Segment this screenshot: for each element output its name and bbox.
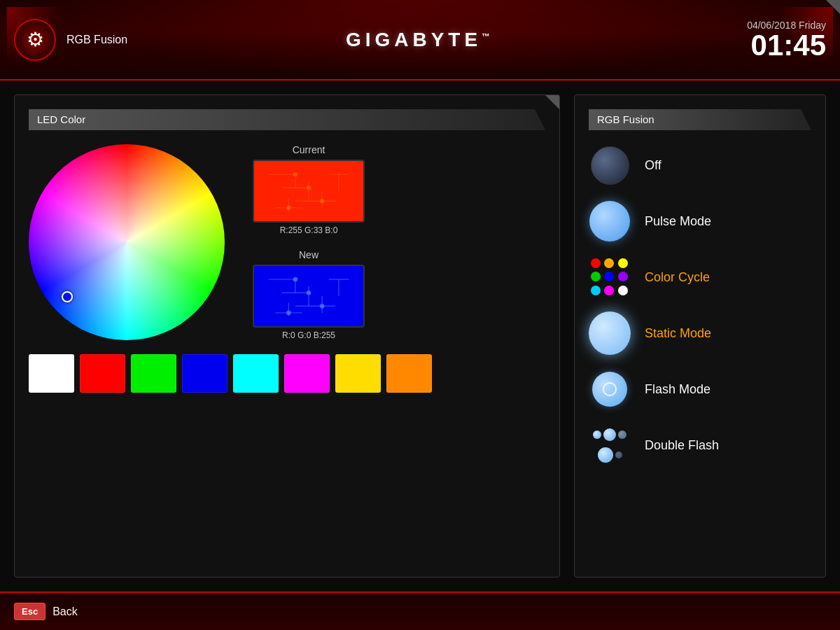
panel-corner-left <box>545 95 559 109</box>
current-preview-container: Current <box>253 144 365 235</box>
panel-corner-right <box>826 0 840 14</box>
new-preview-box <box>253 265 365 328</box>
left-panel: LED Color Current <box>14 94 560 578</box>
time-display: 01:45 <box>747 31 826 60</box>
preview-boxes: Current <box>253 144 365 340</box>
dot-green <box>591 272 601 281</box>
main-content: LED Color Current <box>0 80 840 592</box>
swatch-white[interactable] <box>29 354 74 393</box>
color-swatches <box>29 354 545 393</box>
bottom-bar: Esc Back <box>0 592 840 630</box>
mode-label-static: Static Mode <box>645 326 711 341</box>
mode-label-color-cycle: Color Cycle <box>645 270 710 285</box>
dot-yellow <box>618 258 628 268</box>
current-label: Current <box>253 144 365 155</box>
svg-point-11 <box>307 186 311 190</box>
logo: GIGABYTE™ <box>346 29 494 51</box>
swatch-magenta[interactable] <box>284 354 330 393</box>
led-color-title: LED Color <box>37 113 85 125</box>
esc-key[interactable]: Esc <box>14 603 46 620</box>
mode-icon-pulse <box>589 200 631 242</box>
mode-icon-double-flash <box>589 424 631 466</box>
df-dot-2 <box>603 428 616 441</box>
mode-label-off: Off <box>645 158 662 173</box>
df-dot-4 <box>598 447 613 463</box>
new-label: New <box>253 249 365 260</box>
mode-item-double-flash[interactable]: Double Flash <box>589 424 811 466</box>
led-color-title-bar: LED Color <box>29 109 545 130</box>
mode-item-off[interactable]: Off <box>589 144 811 186</box>
flash-outer <box>592 372 627 407</box>
mode-label-pulse: Pulse Mode <box>645 214 711 229</box>
dot-magenta <box>604 286 614 295</box>
new-preview-container: New <box>253 249 365 340</box>
swatch-yellow[interactable] <box>335 354 381 393</box>
swatch-blue[interactable] <box>182 354 227 393</box>
new-value: R:0 G:0 B:255 <box>253 330 365 340</box>
color-wheel-container[interactable] <box>29 144 225 340</box>
dot-blue <box>604 272 614 281</box>
off-circle <box>591 146 629 185</box>
rgb-fusion-title-bar: RGB Fusion <box>589 109 811 130</box>
svg-point-26 <box>320 304 324 308</box>
swatch-green[interactable] <box>131 354 176 393</box>
logo-area: GIGABYTE™ <box>346 29 494 51</box>
dot-cyan <box>591 286 601 295</box>
dot-red <box>591 258 601 268</box>
right-panel: RGB Fusion Off Pulse Mode <box>574 94 826 578</box>
current-value: R:255 G:33 B:0 <box>253 225 365 235</box>
top-bar: ⚙ RGB Fusion GIGABYTE™ 04/06/2018 Friday… <box>0 0 840 80</box>
mode-item-static[interactable]: Static Mode <box>589 312 811 354</box>
dot-purple <box>618 272 628 281</box>
flash-inner <box>603 382 617 396</box>
dot-orange <box>604 258 614 268</box>
mode-icon-flash <box>589 368 631 410</box>
color-wheel-cursor[interactable] <box>62 291 73 302</box>
df-dot-3 <box>618 430 626 439</box>
svg-point-27 <box>286 311 290 315</box>
datetime-area: 04/06/2018 Friday 01:45 <box>747 20 826 60</box>
static-circle <box>589 312 631 355</box>
back-label[interactable]: Back <box>52 606 78 618</box>
svg-point-25 <box>307 290 311 295</box>
mode-label-flash: Flash Mode <box>645 382 710 397</box>
mode-icon-static <box>589 312 631 354</box>
rgb-fusion-title: RGB Fusion <box>597 113 654 125</box>
swatch-cyan[interactable] <box>233 354 279 393</box>
svg-point-12 <box>320 199 324 203</box>
double-flash-dots <box>591 426 629 465</box>
svg-point-13 <box>286 206 290 210</box>
pulse-circle <box>589 201 630 241</box>
mode-item-pulse[interactable]: Pulse Mode <box>589 200 811 242</box>
color-wheel[interactable] <box>29 144 225 340</box>
mode-item-color-cycle[interactable]: Color Cycle <box>589 256 811 298</box>
color-area: Current <box>29 144 545 340</box>
app-title: RGB Fusion <box>66 34 127 46</box>
flash-icon-container <box>591 370 629 409</box>
mode-list: Off Pulse Mode <box>589 144 811 466</box>
df-dot-1 <box>593 430 601 439</box>
color-cycle-dots <box>591 258 629 297</box>
svg-point-10 <box>293 172 298 176</box>
df-dot-5 <box>615 451 622 458</box>
mode-icon-color-cycle <box>589 256 631 298</box>
mode-label-double-flash: Double Flash <box>645 438 719 453</box>
svg-point-24 <box>293 277 298 281</box>
mode-item-flash[interactable]: Flash Mode <box>589 368 811 410</box>
gear-icon: ⚙ <box>14 19 56 61</box>
current-preview-box <box>253 160 365 223</box>
swatch-orange[interactable] <box>386 354 432 393</box>
dot-white <box>618 286 628 295</box>
swatch-red[interactable] <box>80 354 125 393</box>
mode-icon-off <box>589 144 631 186</box>
